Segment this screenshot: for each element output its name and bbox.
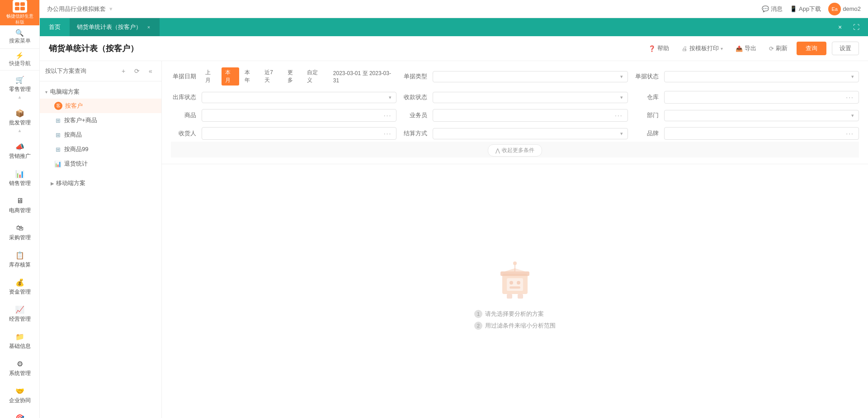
sidebar-item-ecommerce[interactable]: 🖥 电商管理 bbox=[0, 192, 39, 219]
app-download-btn[interactable]: 📱 App下载 bbox=[790, 5, 821, 13]
receiver-label: 收货人 bbox=[171, 129, 196, 138]
sidebar-item-wholesale[interactable]: 📦 批发管理 ▲ bbox=[0, 104, 39, 138]
settlement-caret-icon: ▾ bbox=[620, 131, 623, 137]
date-tab-this-month[interactable]: 本月 bbox=[222, 67, 240, 86]
export-icon: 📤 bbox=[736, 45, 743, 52]
empty-illustration bbox=[492, 256, 538, 301]
tab-close-btn[interactable]: × bbox=[145, 24, 152, 31]
date-tab-custom[interactable]: 自定义 bbox=[303, 67, 327, 86]
tree-mobile-arrow-icon: ▶ bbox=[51, 181, 54, 186]
date-filter-group: 上月 本月 本年 近7天 更多 自定义 2023-03-01 至 2023-03… bbox=[202, 67, 396, 86]
tree-section-mobile: ▶ 移动端方案 bbox=[40, 175, 161, 192]
app-logo[interactable]: 畅捷信好生意 标版 bbox=[0, 0, 40, 25]
collapse-btn[interactable]: ⋀ 收起更多条件 bbox=[488, 144, 542, 157]
svg-point-11 bbox=[513, 261, 517, 265]
date-tab-more[interactable]: 更多 bbox=[284, 67, 302, 86]
tabbar: 首页 销货单统计表（按客户） × × ⛶ bbox=[40, 18, 868, 36]
export-btn[interactable]: 📤 导出 bbox=[732, 43, 760, 54]
date-tab-last-month[interactable]: 上月 bbox=[202, 67, 220, 86]
date-range-text: 2023-03-01 至 2023-03-31 bbox=[333, 70, 397, 84]
tab-sales-stat[interactable]: 销货单统计表（按客户） × bbox=[70, 18, 160, 36]
sidebar-item-inventory[interactable]: 📋 库存核算 bbox=[0, 246, 39, 273]
tree-item-bygoods[interactable]: ⊞ 按商品 bbox=[40, 128, 161, 142]
dept-select[interactable]: ▾ bbox=[664, 110, 859, 121]
panel-collapse-btn[interactable]: « bbox=[145, 66, 156, 76]
sidebar: 畅捷信好生意 标版 🔍 搜索菜单 ⚡ 快捷导航 🛒 零售管理 ▲ 📦 批发管理 … bbox=[0, 0, 40, 418]
dept-caret-icon: ▾ bbox=[851, 113, 854, 119]
tree-item-bycustomer-goods[interactable]: ⊞ 按客户+商品 bbox=[40, 113, 161, 128]
salesperson-label: 业务员 bbox=[402, 111, 427, 119]
help-btn[interactable]: ❓ 帮助 bbox=[645, 43, 673, 54]
sidebar-item-operation[interactable]: 📈 经营管理 bbox=[0, 300, 39, 328]
download-icon: 📱 bbox=[790, 5, 797, 12]
salesperson-dots-icon: ··· bbox=[615, 112, 623, 119]
tree-section-desktop: ▾ 电脑端方案 客 按客户 ⊞ 按客户+商品 ⊞ 按商品 bbox=[40, 81, 161, 175]
tab-close-all-btn[interactable]: × bbox=[834, 21, 846, 33]
sidebar-item-finance[interactable]: 💰 资金管理 bbox=[0, 273, 39, 300]
sidebar-item-purchase[interactable]: 🛍 采购管理 bbox=[0, 219, 39, 246]
user-menu[interactable]: Ea demo2 bbox=[828, 3, 861, 15]
tree-item-bycustomer[interactable]: 客 按客户 bbox=[40, 99, 161, 113]
sidebar-item-basic[interactable]: 📁 基础信息 bbox=[0, 328, 39, 355]
date-label: 单据日期 bbox=[171, 72, 196, 81]
svg-point-8 bbox=[517, 281, 520, 285]
avatar: Ea bbox=[828, 3, 841, 15]
marketing-icon: 📣 bbox=[15, 142, 24, 151]
tab-home[interactable]: 首页 bbox=[40, 18, 70, 36]
ecommerce-icon: 🖥 bbox=[15, 196, 24, 205]
payment-status-select[interactable]: ▾ bbox=[433, 92, 627, 103]
tabbar-right: × ⛶ bbox=[834, 21, 868, 33]
sidebar-item-sales[interactable]: 📊 销售管理 bbox=[0, 165, 39, 192]
sidebar-item-search[interactable]: 🔍 搜索菜单 bbox=[0, 25, 39, 49]
sidebar-item-retail[interactable]: 🛒 零售管理 ▲ bbox=[0, 71, 39, 104]
panel-header-actions: + ⟳ « bbox=[118, 66, 156, 76]
wholesale-arrow-icon: ▲ bbox=[18, 128, 22, 133]
query-button[interactable]: 查询 bbox=[797, 42, 826, 55]
settings-button[interactable]: 设置 bbox=[832, 42, 859, 55]
finance-icon: 💰 bbox=[15, 278, 24, 287]
warehouse-select[interactable]: ··· bbox=[664, 91, 859, 104]
receiver-select[interactable]: ··· bbox=[202, 127, 396, 140]
warehouse-dots-icon: ··· bbox=[846, 94, 854, 101]
empty-hints: 1 请先选择要分析的方案 2 用过滤条件来缩小分析范围 bbox=[474, 310, 556, 330]
tree-item-return-stat[interactable]: 📊 退货统计 bbox=[40, 157, 161, 171]
basic-icon: 📁 bbox=[15, 332, 24, 341]
tab-maximize-btn[interactable]: ⛶ bbox=[850, 21, 863, 33]
sidebar-item-marketing[interactable]: 📣 营销推广 bbox=[0, 138, 39, 165]
warehouse-label: 仓库 bbox=[633, 93, 659, 101]
panel-refresh-btn[interactable]: ⟳ bbox=[132, 66, 142, 76]
panel-add-btn[interactable]: + bbox=[118, 66, 129, 76]
message-btn[interactable]: 💬 消息 bbox=[762, 5, 783, 13]
order-status-select[interactable]: ▾ bbox=[664, 71, 859, 82]
payment-status-label: 收款状态 bbox=[402, 93, 427, 101]
sidebar-item-quicknav[interactable]: ⚡ 快捷导航 bbox=[0, 49, 39, 71]
order-type-select[interactable]: ▾ bbox=[433, 71, 627, 82]
settlement-label: 结算方式 bbox=[402, 129, 427, 138]
refresh-btn[interactable]: ⟳ 刷新 bbox=[765, 43, 791, 54]
brand-select[interactable]: ··· bbox=[664, 127, 859, 140]
goods-select[interactable]: ··· bbox=[202, 109, 396, 122]
svg-rect-0 bbox=[15, 2, 19, 6]
body-area: 按以下方案查询 + ⟳ « ▾ bbox=[40, 61, 868, 418]
order-type-label: 单据类型 bbox=[402, 72, 427, 81]
print-btn[interactable]: 🖨 按模板打印 ▾ bbox=[678, 43, 726, 54]
operation-icon: 📈 bbox=[15, 305, 24, 314]
wholesale-icon: 📦 bbox=[15, 109, 24, 118]
sidebar-item-newguide[interactable]: 🎯 新手引导 bbox=[0, 409, 39, 418]
hint-num-2: 2 bbox=[474, 322, 482, 330]
tree-desktop-header[interactable]: ▾ 电脑端方案 bbox=[40, 85, 161, 99]
salesperson-select[interactable]: ··· bbox=[433, 109, 627, 122]
tree-mobile-header[interactable]: ▶ 移动端方案 bbox=[40, 176, 161, 190]
collapse-up-icon: ⋀ bbox=[495, 147, 500, 154]
out-status-select[interactable]: ▾ bbox=[202, 92, 396, 103]
date-tab-this-year[interactable]: 本年 bbox=[241, 67, 259, 86]
breadcrumb-title: 办公用品行业模拟账套 bbox=[47, 5, 106, 13]
breadcrumb-arrow-icon: ▾ bbox=[109, 5, 113, 12]
date-tab-7days[interactable]: 近7天 bbox=[261, 67, 282, 86]
sidebar-item-system[interactable]: ⚙ 系统管理 bbox=[0, 355, 39, 382]
settlement-select[interactable]: ▾ bbox=[433, 128, 627, 139]
help-icon: ❓ bbox=[648, 45, 656, 52]
svg-rect-13 bbox=[518, 294, 523, 299]
tree-item-bygoods99[interactable]: ⊞ 按商品99 bbox=[40, 142, 161, 157]
sidebar-item-collab[interactable]: 🤝 企业协同 bbox=[0, 382, 39, 409]
